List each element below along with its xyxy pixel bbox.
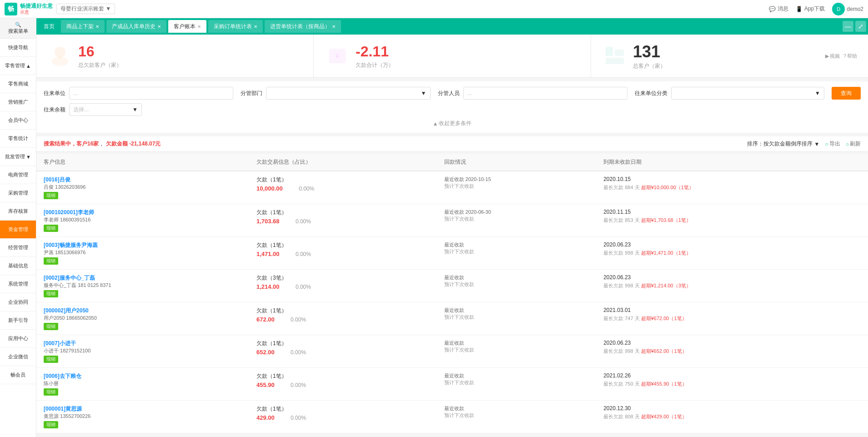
cell-collection-1: 最近收款 2020-06-30 预计下次收款 <box>437 204 597 237</box>
sidebar-search[interactable]: 🔍 搜索菜单 <box>0 18 36 39</box>
sidebar-item-ecommerce[interactable]: 电商管理 <box>0 166 36 184</box>
filter-balance: 往来余额 选择... ▼ <box>44 103 861 116</box>
sidebar-item-basic-info[interactable]: 基础信息 <box>0 257 36 275</box>
debt-amount-4[interactable]: 672.00 <box>256 316 275 323</box>
overdue-days-0: 最长欠款 884 天 超期¥10,000.00（1笔） <box>603 184 861 191</box>
sidebar-item-finance[interactable]: 资金管理 <box>0 221 36 239</box>
sidebar-item-vip[interactable]: 畅会员 <box>0 366 36 384</box>
collapse-row: ▲ 收起更多条件 <box>44 120 861 127</box>
query-button[interactable]: 查询 <box>832 87 861 100</box>
debt-amount-1[interactable]: 1,703.68 <box>256 218 280 225</box>
customer-code-link-4[interactable]: [000002]用户2050 <box>44 307 89 314</box>
sidebar-item-wechat[interactable]: 企业微信 <box>0 348 36 366</box>
user-menu[interactable]: D demo2 <box>832 3 863 15</box>
debt-amount-7[interactable]: 429.00 <box>256 414 275 421</box>
debt-amount-3[interactable]: 1,214.00 <box>256 283 280 290</box>
tab-home[interactable]: 首页 <box>38 20 60 33</box>
tab-purchase-stats[interactable]: 采购订单统计表 ✕ <box>208 20 263 33</box>
overdue-amount-3[interactable]: 超期¥1,214.00（3笔） <box>641 283 691 288</box>
tab-purchase-product-stats[interactable]: 进货单统计表（按商品） ✕ <box>265 20 341 33</box>
debt-icon: ¥ <box>325 43 350 69</box>
tab-close-purchase-stats[interactable]: ✕ <box>254 24 257 29</box>
sidebar-item-quick-nav[interactable]: 快捷导航 <box>0 39 36 57</box>
overdue-amount-2[interactable]: 超期¥1,471.00（1笔） <box>641 250 691 256</box>
sidebar-item-retail-mall[interactable]: 零售商城 <box>0 75 36 93</box>
customer-code-link-2[interactable]: [0003]畅捷服务尹海蒸 <box>44 242 98 248</box>
company-selector[interactable]: 母婴行业演示账套 ▼ <box>56 4 115 14</box>
stat-number-debtors: 16 <box>78 43 122 60</box>
debt-count-7: 欠款（1笔） <box>256 405 430 413</box>
tab-close-customer-account[interactable]: ✕ <box>197 24 201 29</box>
customer-code-link-5[interactable]: [0007]小进干 <box>44 340 76 347</box>
cell-debt-6: 欠款（1笔） 455.90 0.00% <box>249 368 437 401</box>
overdue-amount-5[interactable]: 超期¥652.00（1笔） <box>641 348 687 354</box>
debt-count-4: 欠款（1笔） <box>256 307 430 315</box>
customer-badge-6: 现销 <box>44 388 58 396</box>
table-row: [0016]吕俊 吕俊 13026203696 现销 欠款（1笔） 10,000… <box>36 171 868 204</box>
tab-customer-account[interactable]: 客户账本 ✕ <box>168 20 206 33</box>
debt-count-3: 欠款（3笔） <box>256 274 430 282</box>
debt-amount-6[interactable]: 455.90 <box>256 382 275 388</box>
sidebar-item-retail-stats[interactable]: 零售统计 <box>0 130 36 148</box>
tab-expand-button[interactable]: ⤢ <box>855 21 866 32</box>
app-download-button[interactable]: 📱 App下载 <box>796 5 825 13</box>
source-unit-input[interactable]: ... <box>69 87 233 100</box>
cell-debt-4: 欠款（1笔） 672.00 0.00% <box>249 302 437 335</box>
customer-code-link-1[interactable]: [0001020001]李老师 <box>44 209 94 216</box>
sidebar-item-member-center[interactable]: 会员中心 <box>0 111 36 130</box>
customer-code-link-3[interactable]: [0002]服务中心_丁磊 <box>44 275 95 281</box>
refresh-button[interactable]: ○ 刷新 <box>846 140 861 148</box>
table-row: [0003]畅捷服务尹海蒸 尹蒸 18513066976 现销 欠款（1笔） 1… <box>36 237 868 270</box>
customer-code-link-6[interactable]: [0006]去下粮仓 <box>44 373 81 379</box>
sidebar-item-wholesale[interactable]: 批发管理▼ <box>0 148 36 166</box>
customer-phone-0: 吕俊 13026203696 <box>44 184 242 191</box>
tab-close-purchase-product-stats[interactable]: ✕ <box>332 24 336 29</box>
help-button[interactable]: ? 帮助 <box>843 53 857 60</box>
customer-phone-6: 陈小册 <box>44 380 242 387</box>
tab-product-history[interactable]: 产成品入库单历史 ✕ <box>106 20 166 33</box>
overdue-amount-6[interactable]: 超期¥455.90（1笔） <box>641 381 687 387</box>
sidebar-item-system[interactable]: 系统管理 <box>0 275 36 293</box>
overdue-date-5: 2020.06.23 <box>603 340 861 346</box>
overdue-amount-0[interactable]: 超期¥10,000.00（1笔） <box>641 185 694 190</box>
customer-code-link-0[interactable]: [0016]吕俊 <box>44 176 70 183</box>
overdue-amount-1[interactable]: 超期¥1,703.68（1笔） <box>641 217 691 223</box>
sidebar-item-inventory[interactable]: 库存核算 <box>0 202 36 221</box>
collection-next-1: 预计下次收款 <box>444 216 589 222</box>
cell-collection-5: 最近收款 预计下次收款 <box>437 335 597 368</box>
stat-label-debt-total: 欠款合计（万） <box>356 61 394 69</box>
export-button[interactable]: ○ 导出 <box>825 140 840 148</box>
sidebar-item-collab[interactable]: 企业协同 <box>0 293 36 311</box>
tab-close-product-listing[interactable]: ✕ <box>95 24 99 29</box>
balance-select[interactable]: 选择... ▼ <box>69 103 142 116</box>
dept-select[interactable]: ▼ <box>266 87 430 100</box>
tab-minimize-button[interactable]: — <box>843 21 853 32</box>
tab-product-listing[interactable]: 商品上下架 ✕ <box>61 20 105 33</box>
sidebar-item-marketing[interactable]: 营销推广 <box>0 93 36 111</box>
stat-label-debtors: 总欠款客户（家） <box>78 61 122 69</box>
sidebar-item-operations[interactable]: 经营管理 <box>0 239 36 257</box>
debt-amount-0[interactable]: 10,000.00 <box>256 185 283 192</box>
sidebar-item-purchase[interactable]: 采购管理 <box>0 184 36 202</box>
debt-amount-5[interactable]: 652.00 <box>256 349 275 356</box>
overdue-days-5: 最长欠款 998 天 超期¥652.00（1笔） <box>603 348 861 355</box>
manager-input[interactable]: ... <box>463 87 627 100</box>
sidebar-item-guide[interactable]: 新手引导 <box>0 311 36 330</box>
message-button[interactable]: 💬 消息 <box>769 5 788 13</box>
cell-collection-4: 最近收款 预计下次收款 <box>437 302 597 335</box>
unit-class-select[interactable]: ▼ <box>671 87 824 100</box>
sort-select[interactable]: 排序：按欠款金额倒序排序 ▼ <box>747 140 820 148</box>
customer-code-link-7[interactable]: [000001]黄思源 <box>44 406 82 412</box>
cell-debt-2: 欠款（1笔） 1,471.00 0.00% <box>249 237 437 270</box>
overdue-amount-7[interactable]: 超期¥429.00（1笔） <box>641 414 687 419</box>
cell-collection-3: 最近收款 预计下次收款 <box>437 270 597 302</box>
overdue-amount-4[interactable]: 超期¥672.00（1笔） <box>641 316 687 321</box>
tab-close-product-history[interactable]: ✕ <box>157 24 161 29</box>
collapse-button[interactable]: ▲ 收起更多条件 <box>433 120 472 127</box>
video-button[interactable]: ▶ 视频 <box>825 53 840 60</box>
debt-amount-2[interactable]: 1,471.00 <box>256 251 280 257</box>
sidebar-item-appstore[interactable]: 应用中心 <box>0 330 36 348</box>
filter-source-unit: 往来单位 ... <box>44 87 233 100</box>
tab-bar: 首页 商品上下架 ✕ 产成品入库单历史 ✕ 客户账本 ✕ 采购订单统计表 ✕ 进… <box>36 18 868 35</box>
sidebar-item-retail-management[interactable]: 零售管理▲ <box>0 57 36 75</box>
